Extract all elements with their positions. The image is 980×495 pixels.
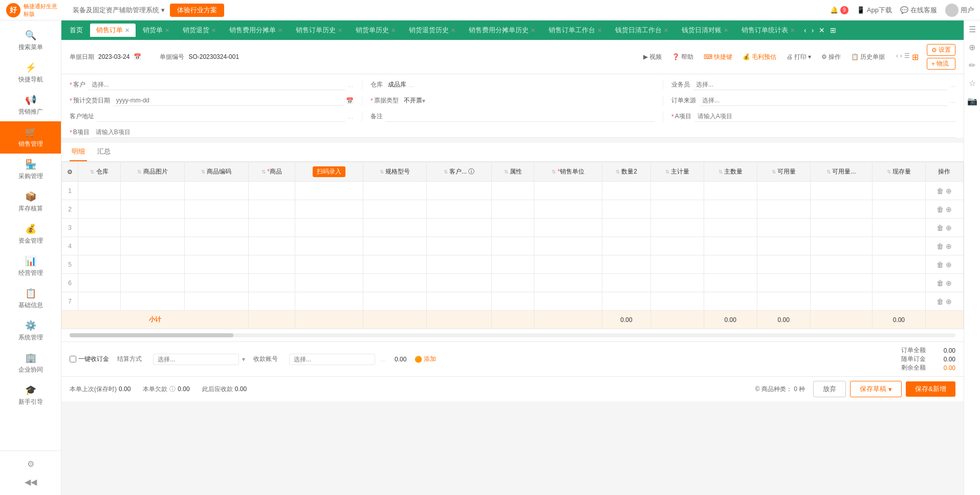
- detail-tab[interactable]: 明细: [70, 143, 87, 161]
- tab-close-9[interactable]: ✕: [664, 27, 668, 34]
- row-5-warehouse[interactable]: [78, 255, 121, 274]
- col-sales-unit[interactable]: ⇅ *销售单位: [534, 162, 602, 182]
- sidebar-item-purchase-mgmt[interactable]: 🏪采购管理: [0, 154, 61, 186]
- row-3-warehouse[interactable]: [78, 219, 121, 237]
- row-2-delete-btn[interactable]: 🗑: [937, 205, 944, 213]
- shortcut-btn[interactable]: ⌨ 快捷键: [701, 52, 735, 62]
- row-2-attributes[interactable]: [492, 200, 534, 219]
- row-1-product-img[interactable]: [121, 182, 185, 200]
- row-2-qty2[interactable]: [602, 200, 651, 219]
- row-6-product[interactable]: [248, 274, 295, 292]
- row-7-main-unit[interactable]: [650, 292, 704, 311]
- row-2-product-img[interactable]: [121, 200, 185, 219]
- grid-view-icon[interactable]: ⊞: [912, 52, 919, 62]
- salesperson-expand-icon[interactable]: …: [949, 81, 955, 89]
- list-view-icon[interactable]: ☰: [904, 52, 910, 62]
- row-7-sales-unit[interactable]: [534, 292, 602, 311]
- sidebar-item-marketing[interactable]: 📢营销推广: [0, 89, 61, 121]
- row-3-product-code[interactable]: [184, 219, 248, 237]
- tab-refund-hist[interactable]: 销货退货历史 ✕: [403, 24, 462, 37]
- row-6-product-img[interactable]: [121, 274, 185, 292]
- row-2-main-qty[interactable]: [704, 200, 757, 219]
- sort-available2[interactable]: ⇅: [826, 169, 831, 175]
- gear-icon[interactable]: ⚙: [67, 168, 73, 176]
- date-calendar-icon[interactable]: 📅: [134, 53, 141, 60]
- row-6-available2[interactable]: [810, 274, 872, 292]
- app-download-button[interactable]: 📱 App下载: [857, 6, 892, 15]
- row-6-spec[interactable]: [363, 274, 427, 292]
- sort-product-code[interactable]: ⇅: [201, 169, 205, 175]
- tab-prev-arrow[interactable]: ‹: [802, 26, 809, 34]
- row-7-copy-btn[interactable]: ⊕: [946, 297, 952, 306]
- notice-button[interactable]: 🔔 9: [830, 6, 848, 14]
- discard-button[interactable]: 放弃: [813, 381, 846, 397]
- col-main-unit[interactable]: ⇅ 主计量: [650, 162, 704, 182]
- right-panel-icon-3[interactable]: ✏: [969, 60, 975, 70]
- row-2-main-unit[interactable]: [650, 200, 704, 219]
- tab-menu-arrow[interactable]: ⊞: [828, 26, 838, 34]
- col-main-qty[interactable]: ⇅ 主数量: [704, 162, 757, 182]
- right-panel-icon-5[interactable]: 📷: [967, 96, 977, 106]
- row-1-main-qty[interactable]: [704, 182, 757, 200]
- invoice-type-arrow[interactable]: ▾: [422, 97, 425, 104]
- row-7-qty2[interactable]: [602, 292, 651, 311]
- col-warehouse[interactable]: ⇅ 仓库: [78, 162, 121, 182]
- sidebar-item-enterprise[interactable]: 🏢企业协同: [0, 347, 61, 379]
- tab-fee-hist[interactable]: 销售费用分摊单历史 ✕: [463, 24, 541, 37]
- b-project-input[interactable]: [93, 127, 955, 138]
- table-scrollbar[interactable]: [61, 329, 964, 341]
- row-3-qty2[interactable]: [602, 219, 651, 237]
- sort-main-qty[interactable]: ⇅: [718, 169, 723, 175]
- sort-qty2[interactable]: ⇅: [616, 169, 620, 175]
- row-1-available2[interactable]: [810, 182, 872, 200]
- online-support-button[interactable]: 💬 在线客服: [900, 6, 937, 15]
- right-panel-icon-1[interactable]: ☰: [969, 25, 976, 34]
- tab-return-hist[interactable]: 销货单历史 ✕: [350, 24, 402, 37]
- row-7-delete-btn[interactable]: 🗑: [937, 297, 944, 306]
- tab-order-hist[interactable]: 销售订单历史 ✕: [290, 24, 349, 37]
- row-6-current[interactable]: [872, 274, 925, 292]
- tab-close-6[interactable]: ✕: [451, 27, 455, 34]
- row-5-customer-code[interactable]: [427, 255, 492, 274]
- row-1-current[interactable]: [872, 182, 925, 200]
- order-source-expand-icon[interactable]: …: [949, 97, 955, 104]
- row-5-product[interactable]: [248, 255, 295, 274]
- row-1-qty2[interactable]: [602, 182, 651, 200]
- sort-product[interactable]: ⇅: [262, 169, 266, 175]
- row-4-delete-btn[interactable]: 🗑: [937, 242, 944, 250]
- row-2-available[interactable]: [757, 200, 810, 219]
- row-2-warehouse[interactable]: [78, 200, 121, 219]
- sort-product-img[interactable]: ⇅: [137, 169, 141, 175]
- col-gear[interactable]: ⚙: [62, 162, 78, 182]
- row-4-customer-code[interactable]: [427, 237, 492, 255]
- sidebar-item-finance[interactable]: 💰资金管理: [0, 218, 61, 250]
- row-7-main-qty[interactable]: [704, 292, 757, 311]
- col-spec[interactable]: ⇅ 规格型号: [363, 162, 427, 182]
- row-6-customer-code[interactable]: [427, 274, 492, 292]
- row-1-customer-code[interactable]: [427, 182, 492, 200]
- sort-customer-code[interactable]: ⇅: [444, 169, 448, 175]
- account-input[interactable]: [289, 354, 375, 365]
- row-2-product-code[interactable]: [184, 200, 248, 219]
- row-1-spec[interactable]: [363, 182, 427, 200]
- row-3-sales-unit[interactable]: [534, 219, 602, 237]
- draft-arrow-icon[interactable]: ▾: [888, 385, 892, 393]
- row-3-current[interactable]: [872, 219, 925, 237]
- tab-close-11[interactable]: ✕: [790, 27, 795, 34]
- system-name[interactable]: 装备及固定资产辅助管理系统 ▾: [73, 6, 165, 15]
- row-6-product-code[interactable]: [184, 274, 248, 292]
- account-expand-icon[interactable]: …: [380, 356, 386, 363]
- a-project-input[interactable]: [694, 111, 955, 122]
- tab-close-10[interactable]: ✕: [724, 27, 728, 34]
- tab-cashflow-daily[interactable]: 钱货日清工作台 ✕: [609, 24, 674, 37]
- row-6-sales-unit[interactable]: [534, 274, 602, 292]
- row-2-customer-code[interactable]: [427, 200, 492, 219]
- row-7-customer-code[interactable]: [427, 292, 492, 311]
- row-4-spec[interactable]: [363, 237, 427, 255]
- row-7-warehouse[interactable]: [78, 292, 121, 311]
- row-6-attributes[interactable]: [492, 274, 534, 292]
- row-7-product-img[interactable]: [121, 292, 185, 311]
- customer-expand-icon[interactable]: …: [347, 81, 354, 89]
- sidebar-item-basic-info[interactable]: 📋基础信息: [0, 283, 61, 315]
- address-expand-icon[interactable]: …: [347, 113, 354, 120]
